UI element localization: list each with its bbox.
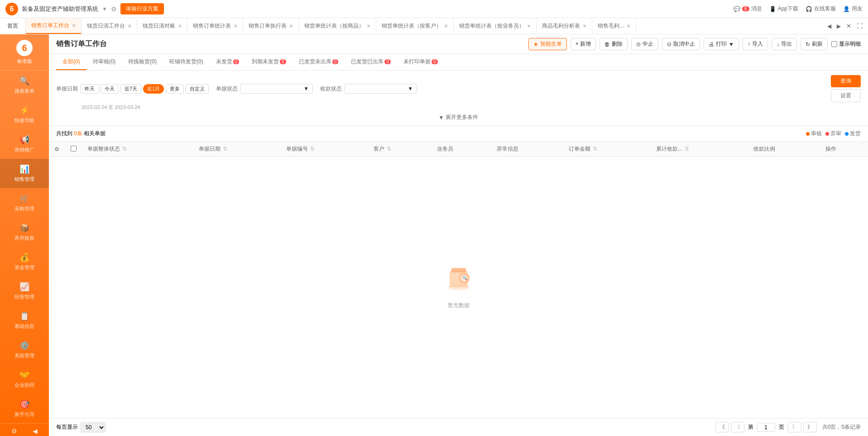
sub-tab-overdue-not-shipped[interactable]: 到期未发货0	[245, 54, 293, 70]
horizontal-scrollbar[interactable]	[49, 412, 868, 418]
tab-close-icon[interactable]: ✕	[583, 24, 586, 28]
sidebar-item-guide[interactable]: 🎯 新手引导	[0, 394, 49, 423]
tab-close-icon[interactable]: ✕	[289, 24, 293, 28]
user-item[interactable]: 👤 用友	[843, 5, 863, 13]
sort-icon[interactable]: ⇅	[387, 146, 391, 152]
import-button[interactable]: ↑ 导入	[743, 38, 768, 50]
tab-sales-staff[interactable]: 销货单统计表（按业务员） ✕	[454, 18, 537, 34]
sidebar-item-system[interactable]: ⚙️ 系统管理	[0, 335, 49, 365]
settings-icon[interactable]: ⚙	[111, 5, 117, 13]
print-button[interactable]: 🖨 打印 ▼	[704, 38, 739, 50]
query-button[interactable]: 查询	[831, 75, 861, 87]
sort-icon[interactable]: ⇅	[223, 146, 227, 152]
sidebar-item-management[interactable]: 📈 经营管理	[0, 276, 49, 306]
refresh-button[interactable]: ↻ 刷新	[801, 38, 828, 50]
add-button[interactable]: + 新增	[571, 38, 596, 50]
sidebar-item-search[interactable]: 🔍 搜索菜单	[0, 71, 49, 100]
page-size-select[interactable]: 50 100 200	[81, 422, 106, 432]
settings-filter-button[interactable]: 设置	[831, 89, 861, 102]
sidebar-item-inventory[interactable]: 📦 库存核算	[0, 218, 49, 247]
date-1month-button[interactable]: 近1月	[143, 84, 164, 94]
tab-close-icon[interactable]: ✕	[444, 24, 448, 28]
sub-tab-wangpu-pending[interactable]: 旺铺待发货(0)	[163, 54, 210, 70]
prev-page-button[interactable]: 〈	[731, 422, 744, 432]
tab-cash-reconcile[interactable]: 钱货日清对账 ✕	[137, 18, 187, 34]
sidebar-item-cooperation[interactable]: 🤝 企业协同	[0, 365, 49, 394]
date-yesterday-button[interactable]: 昨天	[81, 84, 99, 94]
sidebar-settings-button[interactable]: ⚙	[11, 427, 17, 435]
sidebar-item-sales[interactable]: 📊 销售管理	[0, 159, 49, 188]
sub-tab-not-shipped[interactable]: 未发货0	[210, 54, 246, 70]
message-item[interactable]: 💬 6 消息	[734, 5, 762, 13]
sidebar-collapse-button[interactable]: ◀	[33, 427, 38, 435]
sidebar-item-marketing[interactable]: 📢 营销推广	[0, 129, 49, 159]
tab-cash-daily[interactable]: 钱货日清工作台 ✕	[82, 18, 137, 34]
next-page-button[interactable]: 〉	[788, 422, 801, 432]
sidebar-item-quick-nav[interactable]: ⚡ 快捷导航	[0, 100, 49, 129]
tab-close-icon[interactable]: ✕	[128, 24, 131, 28]
export-button[interactable]: ↓ 导出	[772, 38, 797, 50]
ship-action[interactable]: 发货	[845, 130, 861, 137]
sub-tab-shipped-not-out[interactable]: 已发货未出库0	[293, 54, 345, 70]
sidebar-item-purchase[interactable]: 🛒 采购管理	[0, 188, 49, 218]
stop-button[interactable]: ⊙ 中止	[631, 38, 658, 50]
dropdown-arrow[interactable]: ▼	[102, 6, 107, 12]
expand-filter-button[interactable]: ▼ 展开更多条件	[439, 114, 479, 121]
sub-tab-shipped-out[interactable]: 已发货已出库0	[345, 54, 397, 70]
page-nav: 《 〈 第 页 〉 》 共0页，0条记录	[715, 422, 861, 432]
last-page-button[interactable]: 》	[803, 422, 817, 432]
sidebar-item-finance[interactable]: 💰 资金管理	[0, 247, 49, 276]
tab-sales-workbench[interactable]: 销售订单工作台 ✕	[26, 18, 82, 34]
show-detail-checkbox[interactable]	[831, 41, 837, 47]
tab-close-icon[interactable]: ✕	[178, 24, 182, 28]
review-action[interactable]: 审核	[806, 130, 822, 137]
tab-scroll-left-icon[interactable]: ◀	[825, 21, 833, 31]
sort-icon[interactable]: ⇅	[685, 146, 689, 152]
tab-home[interactable]: 首页	[0, 18, 26, 34]
tab-close-icon[interactable]: ✕	[367, 24, 370, 28]
show-detail-checkbox-wrapper[interactable]: 显示明细	[831, 40, 861, 48]
tab-close-icon[interactable]: ✕	[72, 23, 76, 28]
reject-action[interactable]: 弃审	[825, 130, 841, 137]
sub-tab-pending-inspect[interactable]: 待拣验货(0)	[122, 54, 163, 70]
sort-icon[interactable]: ⇅	[122, 146, 127, 152]
sidebar-item-basic-info[interactable]: 📋 基础信息	[0, 306, 49, 335]
app-download-item[interactable]: 📱 App下载	[769, 5, 798, 13]
select-all-checkbox[interactable]	[71, 146, 77, 152]
tab-order-stats[interactable]: 销售订单统计表 ✕	[187, 18, 243, 34]
status-select[interactable]: ▼	[240, 84, 313, 94]
sidebar-label: 系统管理	[14, 352, 34, 359]
date-7days-button[interactable]: 近7天	[120, 84, 141, 94]
tab-sales-product[interactable]: 销货单统计表（按商品） ✕	[299, 18, 376, 34]
tab-order-execute[interactable]: 销售订单执行表 ✕	[243, 18, 299, 34]
tab-maximize-icon[interactable]: ⛶	[855, 21, 864, 31]
sub-tab-all[interactable]: 全部(0)	[56, 54, 86, 70]
tab-scroll-right-icon[interactable]: ▶	[835, 21, 843, 31]
tab-sales-gross[interactable]: 销售毛利... ✕	[592, 18, 636, 34]
sidebar-label: 搜索菜单	[14, 88, 34, 95]
tab-close-icon[interactable]: ✕	[234, 24, 237, 28]
page-number-input[interactable]	[757, 423, 775, 432]
sub-tab-pending-review[interactable]: 待审核(0)	[86, 54, 122, 70]
delete-button[interactable]: 🗑 删除	[599, 38, 628, 50]
sort-icon[interactable]: ⇅	[593, 146, 597, 152]
settings-col-icon[interactable]: ⚙	[54, 146, 59, 152]
date-today-button[interactable]: 今天	[101, 84, 119, 94]
first-page-button[interactable]: 《	[715, 422, 729, 432]
th-ratio: 收款比例	[748, 142, 820, 157]
date-more-button[interactable]: 更多	[166, 84, 184, 94]
payment-select[interactable]: ▼	[345, 84, 417, 94]
tab-sales-customer[interactable]: 销货单统计表（按客户） ✕	[376, 18, 454, 34]
industry-solution-button[interactable]: 体验行业方案	[120, 3, 164, 14]
smart-create-button[interactable]: ★ 智能生单	[528, 38, 567, 50]
sort-icon[interactable]: ⇅	[310, 146, 315, 152]
tab-close-icon[interactable]: ✕	[627, 24, 630, 28]
tab-close-icon[interactable]: ✕	[527, 24, 531, 28]
tab-gross-profit[interactable]: 商品毛利分析表 ✕	[537, 18, 592, 34]
th-date: 单据日期 ⇅	[193, 142, 281, 157]
date-custom-button[interactable]: 自定义	[186, 84, 209, 94]
tab-close-all-icon[interactable]: ✕	[844, 21, 853, 31]
online-service-item[interactable]: 🎧 在线客服	[806, 5, 836, 13]
cancel-stop-button[interactable]: ⊙ 取消中止	[662, 38, 700, 50]
sub-tab-not-printed[interactable]: 未打印单据0	[397, 54, 444, 70]
